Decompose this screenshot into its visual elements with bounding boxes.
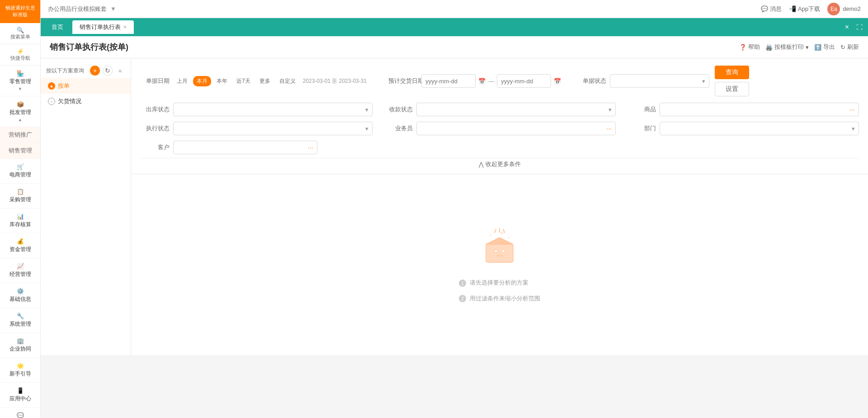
tab-bar-right: × ⛶ <box>843 21 864 33</box>
sidebar-item-newbie[interactable]: 🌟 新手引导 <box>0 358 40 383</box>
date-tab-current-month[interactable]: 本月 <box>193 76 211 86</box>
sidebar-item-ecommerce[interactable]: 🛒 电商管理 <box>0 159 40 184</box>
download-icon: 📲 <box>789 5 796 12</box>
page-actions: ❓ 帮助 🖨️ 按模板打印 ▾ ⬆️ 导出 ↻ 刷新 <box>739 43 859 51</box>
sidebar-item-apps[interactable]: 📱 应用中心 <box>0 383 40 408</box>
collapse-row: ⋀ 收起更多条件 <box>140 158 859 170</box>
quick-icon: ⚡ <box>3 48 38 55</box>
collapse-panel-btn[interactable]: « <box>115 66 125 76</box>
date-from-cal-icon[interactable]: 📅 <box>478 78 486 85</box>
goods-label: 商品 <box>627 105 656 114</box>
tip2-text: 用过滤条件来缩小分析范围 <box>470 292 540 305</box>
date-tab-last-month[interactable]: 上月 <box>173 76 191 86</box>
print-btn[interactable]: 🖨️ 按模板打印 ▾ <box>765 43 809 51</box>
exec-status-chevron: ▾ <box>365 125 368 132</box>
search-icon: 🔍 <box>3 27 38 33</box>
sidebar-item-inventory[interactable]: 📊 库存核算 <box>0 209 40 233</box>
apps-label: 应用中心 <box>9 395 31 403</box>
sidebar-item-wholesale[interactable]: 📦 批发管理 ▲ <box>0 96 40 127</box>
sidebar-sub-item-marketing[interactable]: 营销推广 <box>0 127 40 143</box>
filter-grid-row2: 执行状态 ▾ 业务员 ··· <box>140 122 859 135</box>
expected-date-from[interactable] <box>421 74 476 88</box>
left-panel-title: 按以下方案查询 <box>46 67 84 75</box>
out-status-label: 出库状态 <box>140 105 170 114</box>
dept-select[interactable]: ▾ <box>660 122 859 135</box>
window-close-btn[interactable]: × <box>843 21 851 33</box>
app-download-btn[interactable]: 📲 App下载 <box>789 5 820 13</box>
date-to-cal-icon[interactable]: 📅 <box>554 78 561 85</box>
sidebar-item-wechat[interactable]: 💬 企业微信 <box>0 408 40 418</box>
status-chevron: ▾ <box>702 78 705 85</box>
wholesale-icon: 📦 <box>17 101 24 108</box>
svg-point-4 <box>490 234 491 236</box>
page-title: 销售订单执行表(按单) <box>50 42 128 52</box>
filter-grid-row1: 出库状态 ▾ 收款状态 ▾ <box>140 103 859 116</box>
date-tab-custom[interactable]: 自定义 <box>276 76 299 86</box>
sidebar-item-finance[interactable]: 💰 资金管理 <box>0 233 40 258</box>
settings-button[interactable]: 设置 <box>715 82 749 96</box>
out-status-select[interactable]: ▾ <box>173 103 373 116</box>
date-quick-tabs: 上月 本月 本年 近7天 更多 自定义 <box>173 76 299 86</box>
date-tab-current-year[interactable]: 本年 <box>213 76 231 86</box>
sidebar-item-basic[interactable]: ⚙️ 基础信息 <box>0 283 40 308</box>
messages-btn[interactable]: 💬 消息 <box>761 5 782 13</box>
tab-home[interactable]: 首页 <box>44 20 71 34</box>
left-panel-header: 按以下方案查询 + ↻ « <box>41 63 131 78</box>
user-section: Ea demo2 <box>827 3 861 15</box>
sidebar-logo[interactable]: 畅捷通好生意 标准版 <box>0 0 40 23</box>
sidebar-item-operations[interactable]: 📈 经营管理 <box>0 258 40 283</box>
sidebar-search[interactable]: 🔍 搜索菜单 <box>0 23 40 44</box>
window-expand-btn[interactable]: ⛶ <box>854 22 864 33</box>
sidebar-item-purchase[interactable]: 📋 采购管理 <box>0 184 40 209</box>
tab-close-icon[interactable]: × <box>123 24 127 30</box>
breadcrumb-arrow-icon[interactable]: ▼ <box>110 5 116 12</box>
sidebar-item-system[interactable]: 🔧 系统管理 <box>0 308 40 333</box>
scheme-item-shortage-label: 欠货情况 <box>58 97 81 105</box>
tab-sales-order[interactable]: 销售订单执行表 × <box>72 20 134 34</box>
sidebar-sub-item-sales[interactable]: 销售管理 <box>0 143 40 159</box>
goods-more-icon[interactable]: ··· <box>849 106 855 113</box>
customer-more-icon[interactable]: ··· <box>308 144 313 151</box>
query-btn-group: 查询 设置 <box>715 66 749 96</box>
wechat-icon: 💬 <box>17 412 24 418</box>
sidebar-item-retail[interactable]: 🏪 零售管理 ▼ <box>0 66 40 96</box>
add-scheme-btn[interactable]: + <box>90 66 100 76</box>
empty-tip-1: 1 请先选择要分析的方案 <box>459 276 540 290</box>
svg-line-8 <box>503 229 505 233</box>
payment-status-select[interactable]: ▾ <box>416 103 616 116</box>
scheme-item-order[interactable]: ● 按单 <box>41 78 131 94</box>
salesman-more-icon[interactable]: ··· <box>606 125 612 132</box>
salesman-select[interactable]: ··· <box>416 122 616 135</box>
operations-icon: 📈 <box>17 263 24 270</box>
payment-status-chevron: ▾ <box>609 106 612 113</box>
date-tab-more[interactable]: 更多 <box>256 76 274 86</box>
tip1-text: 请先选择要分析的方案 <box>470 276 528 290</box>
help-label: 帮助 <box>748 43 760 51</box>
export-label: 导出 <box>823 43 835 51</box>
empty-tips: 1 请先选择要分析的方案 2 用过滤条件来缩小分析范围 <box>459 276 540 305</box>
customer-select[interactable]: ··· <box>173 141 317 154</box>
refresh-btn[interactable]: ↻ 刷新 <box>840 43 859 51</box>
inventory-icon: 📊 <box>17 213 24 220</box>
svg-point-2 <box>500 232 503 234</box>
ecommerce-icon: 🛒 <box>17 163 24 170</box>
expected-date-to[interactable] <box>497 74 551 88</box>
export-icon: ⬆️ <box>814 44 821 51</box>
ecommerce-label: 电商管理 <box>9 171 31 179</box>
refresh-scheme-btn[interactable]: ↻ <box>103 66 113 76</box>
help-btn[interactable]: ❓ 帮助 <box>739 43 760 51</box>
left-panel: 按以下方案查询 + ↻ « ● 按单 ○ 欠货情况 <box>41 58 131 355</box>
scheme-item-shortage[interactable]: ○ 欠货情况 <box>41 94 131 109</box>
date-tab-7days[interactable]: 近7天 <box>233 76 254 86</box>
export-btn[interactable]: ⬆️ 导出 <box>814 43 835 51</box>
status-select[interactable]: ▾ <box>610 74 709 88</box>
left-panel-actions: + ↻ « <box>90 66 125 76</box>
basic-label: 基础信息 <box>9 295 31 303</box>
query-button[interactable]: 查询 <box>715 66 749 79</box>
exec-status-select[interactable]: ▾ <box>173 122 373 135</box>
goods-select[interactable]: ··· <box>660 103 859 116</box>
out-status-field: 出库状态 ▾ <box>140 103 373 116</box>
sidebar-quick-nav[interactable]: ⚡ 快捷导航 <box>0 44 40 66</box>
sidebar-item-enterprise[interactable]: 🏢 企业协同 <box>0 333 40 358</box>
collapse-btn[interactable]: ⋀ 收起更多条件 <box>479 160 521 168</box>
